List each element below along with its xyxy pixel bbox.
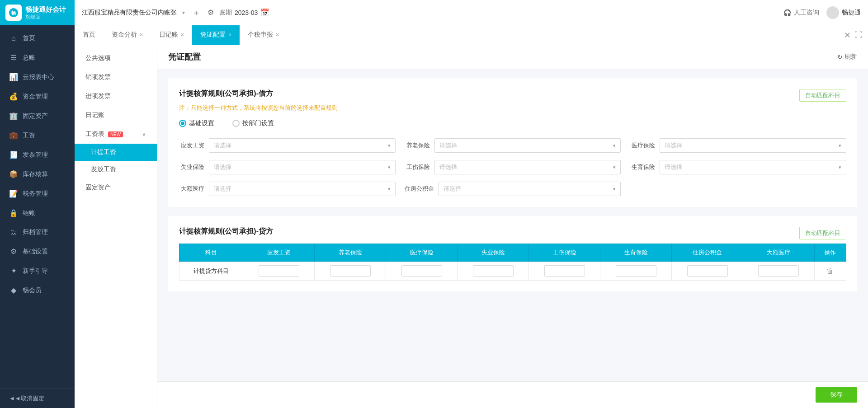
input-shiye[interactable] [473, 265, 514, 277]
select-shiye[interactable]: 请选择 ▾ [209, 160, 396, 174]
select-zhufang[interactable]: 请选择 ▾ [439, 182, 621, 196]
tab-tax-report-label: 个税申报 [248, 31, 273, 39]
refresh-button[interactable]: ↻ 刷新 [837, 53, 857, 61]
menu-item-purchase-invoice[interactable]: 进项发票 [75, 87, 157, 106]
new-badge: NEW [108, 131, 123, 137]
tab-home[interactable]: 首页 [75, 25, 104, 45]
logo[interactable]: 畅 畅捷通好会计 旗舰版 [0, 0, 75, 25]
tab-fund-analysis-close[interactable]: × [140, 32, 143, 38]
unpin-button[interactable]: ◄◄取消固定 [0, 389, 75, 408]
tab-diary[interactable]: 日记账 × [151, 25, 192, 45]
sidebar-nav: ⌂ 首页 ☰ 总账 📊 云报表中心 💰 资金管理 🏢 固定资产 💼 工资 🧾 发… [0, 25, 75, 389]
sidebar-item-guide[interactable]: ✦ 新手引导 [0, 261, 75, 281]
sidebar-item-stock-label: 库存核算 [23, 170, 48, 178]
company-dropdown-icon[interactable]: ▾ [182, 9, 185, 16]
menu-item-salary-table[interactable]: 工资表 NEW ∨ [75, 125, 157, 144]
ledger-icon: ☰ [9, 53, 18, 62]
unpin-label: ◄◄取消固定 [9, 394, 44, 403]
save-button[interactable]: 保存 [816, 387, 857, 403]
debit-auto-match-button[interactable]: 自动匹配科目 [799, 89, 846, 102]
sidebar-item-assets[interactable]: 🏢 固定资产 [0, 106, 75, 126]
menu-item-fixed-assets[interactable]: 固定资产 [75, 178, 157, 197]
maximize-window-button[interactable]: ⛶ [854, 30, 863, 40]
radio-basic[interactable]: 基础设置 [179, 119, 214, 127]
close-window-button[interactable]: ✕ [844, 30, 851, 40]
service-label: 人工咨询 [794, 9, 819, 17]
sidebar-item-invoice[interactable]: 🧾 发票管理 [0, 145, 75, 164]
sidebar-item-report[interactable]: 📊 云报表中心 [0, 67, 75, 87]
sidebar-item-settings[interactable]: ⚙ 基础设置 [0, 242, 75, 261]
settings-gear-icon[interactable]: ⚙ [208, 8, 214, 17]
input-gongshang[interactable] [544, 265, 585, 277]
radio-dept[interactable]: 按部门设置 [232, 119, 274, 127]
input-dae-yiliao[interactable] [758, 265, 799, 277]
calendar-icon[interactable]: 📅 [260, 8, 269, 17]
chevron-down-icon: ▾ [388, 143, 391, 149]
tab-voucher-config-close[interactable]: × [228, 32, 231, 38]
sidebar-item-report-label: 云报表中心 [23, 73, 54, 81]
service-button[interactable]: 🎧 人工咨询 [783, 9, 819, 17]
user-menu[interactable]: 畅捷通 [826, 6, 861, 19]
input-zhufang[interactable] [687, 265, 728, 277]
refresh-icon: ↻ [837, 53, 843, 61]
sidebar-item-ledger[interactable]: ☰ 总账 [0, 48, 75, 67]
select-shengyu[interactable]: 请选择 ▾ [660, 160, 846, 174]
input-yiliao[interactable] [401, 265, 442, 277]
sidebar-item-tax[interactable]: 📝 税务管理 [0, 184, 75, 203]
select-yiliao[interactable]: 请选择 ▾ [660, 138, 846, 153]
sidebar-item-salary[interactable]: 💼 工资 [0, 126, 75, 145]
field-yingfa-gongzi: 应发工资 请选择 ▾ [179, 138, 396, 153]
field-yiliao: 医疗保险 请选择 ▾ [630, 138, 846, 153]
field-yanglao: 养老保险 请选择 ▾ [405, 138, 621, 153]
select-gongshang[interactable]: 请选择 ▾ [434, 160, 621, 174]
logo-text-group: 畅捷通好会计 旗舰版 [25, 5, 66, 20]
cell-yiliao [386, 262, 458, 281]
input-yanglao[interactable] [330, 265, 371, 277]
select-yingfa[interactable]: 请选择 ▾ [209, 138, 396, 153]
delete-row-button[interactable]: 🗑 [826, 267, 834, 275]
label-yiliao: 医疗保险 [630, 141, 655, 150]
menu-item-fixed-assets-label: 固定资产 [85, 183, 111, 192]
tab-tax-report-close[interactable]: × [276, 32, 279, 38]
tab-actions: ✕ ⛶ [844, 30, 868, 40]
cell-yingfa [243, 262, 315, 281]
menu-item-journal[interactable]: 日记账 [75, 106, 157, 125]
avatar [826, 6, 839, 19]
archive-icon: 🗂 [9, 228, 18, 236]
input-yingfa[interactable] [259, 265, 299, 277]
period-value: 2023-03 [235, 9, 258, 16]
field-shiye: 失业保险 请选择 ▾ [179, 160, 396, 174]
sidebar-item-home[interactable]: ⌂ 首页 [0, 29, 75, 48]
tab-tax-report[interactable]: 个税申报 × [240, 25, 287, 45]
debit-section: 计提核算规则(公司承担)-借方 注：只能选择一种方式，系统将按照您当前的选择来配… [168, 78, 857, 207]
input-shengyu[interactable] [616, 265, 656, 277]
sidebar-item-stock[interactable]: 📦 库存核算 [0, 164, 75, 184]
label-zhufang: 住房公积金 [405, 185, 434, 193]
menu-item-calc-salary-label: 计提工资 [91, 148, 116, 155]
tab-diary-close[interactable]: × [181, 32, 184, 38]
label-yanglao: 养老保险 [405, 141, 430, 150]
menu-item-purchase-invoice-label: 进项发票 [85, 92, 111, 100]
sidebar-item-member[interactable]: ◆ 畅会员 [0, 281, 75, 300]
tab-fund-analysis[interactable]: 资金分析 × [104, 25, 151, 45]
sidebar-item-fund[interactable]: 💰 资金管理 [0, 87, 75, 106]
select-dae-yiliao[interactable]: 请选择 ▾ [209, 182, 396, 196]
field-dae-yiliao: 大额医疗 请选择 ▾ [179, 182, 396, 196]
cell-delete: 🗑 [814, 262, 846, 281]
menu-item-sales-invoice[interactable]: 销项发票 [75, 68, 157, 87]
invoice-icon: 🧾 [9, 150, 18, 159]
tab-voucher-config[interactable]: 凭证配置 × [192, 25, 240, 45]
select-yanglao[interactable]: 请选择 ▾ [434, 138, 621, 153]
th-action: 操作 [814, 244, 846, 262]
credit-section: 计提核算规则(公司承担)-贷方 自动匹配科目 科目 应发工资 养老保险 医疗保险… [168, 216, 857, 291]
menu-item-pay-salary[interactable]: 发放工资 [75, 161, 157, 178]
credit-auto-match-button[interactable]: 自动匹配科目 [799, 227, 846, 239]
add-company-button[interactable]: ＋ [190, 5, 202, 20]
sidebar-item-close[interactable]: 🔒 结账 [0, 203, 75, 223]
th-dae-yiliao: 大额医疗 [743, 244, 815, 262]
radio-dept-label: 按部门设置 [242, 119, 274, 127]
chevron-down-icon: ▾ [839, 143, 841, 149]
menu-item-public[interactable]: 公共选项 [75, 49, 157, 68]
sidebar-item-archive[interactable]: 🗂 归档管理 [0, 223, 75, 242]
menu-item-calc-salary[interactable]: 计提工资 [75, 144, 157, 161]
